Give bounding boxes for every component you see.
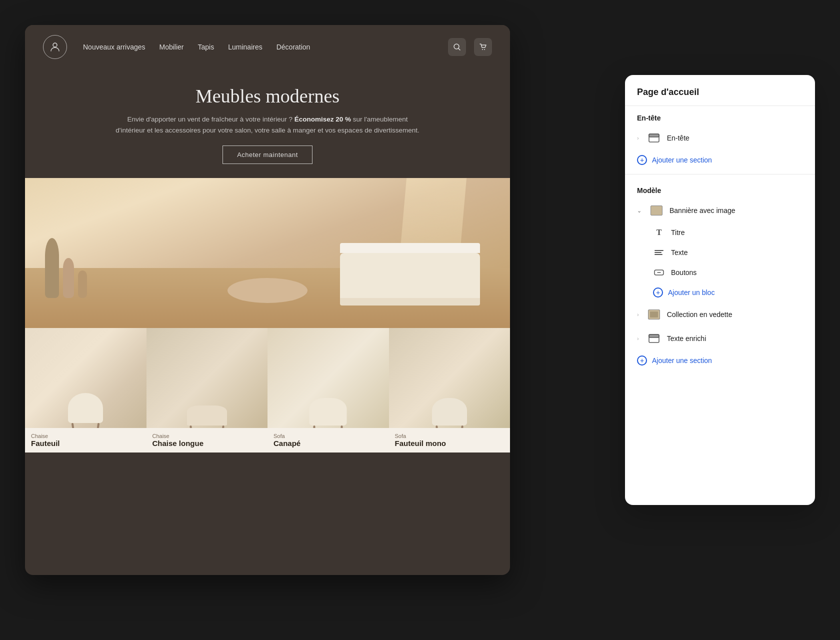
panel-divider-1 (625, 174, 815, 174)
product-card[interactable]: Sofa Fauteuil mono (389, 328, 510, 452)
store-logo (43, 35, 67, 59)
panel-header: Page d'accueil (625, 75, 815, 106)
add-bloc[interactable]: + Ajouter un bloc (625, 282, 815, 302)
buttons-icon (653, 266, 665, 278)
chevron-right-icon-2: › (637, 312, 639, 318)
banniere-item[interactable]: ⌄ Bannière avec image (625, 198, 815, 222)
nav-links: Nouveaux arrivages Mobilier Tapis Lumina… (83, 43, 432, 51)
product-info-2: Chaise Chaise longue (146, 428, 268, 452)
product-info-1: Chaise Fauteuil (25, 428, 146, 452)
nav-icons (448, 38, 492, 56)
product-card[interactable]: Chaise Fauteuil (25, 328, 146, 452)
add-bloc-label: Ajouter un bloc (668, 288, 714, 296)
add-section-modele[interactable]: + Ajouter une section (625, 350, 815, 370)
product-info-4: Sofa Fauteuil mono (389, 428, 510, 452)
texte-enrichi-item[interactable]: › Texte enrichi (625, 326, 815, 350)
panel-body: En-tête › En-tête + Ajouter une section … (625, 106, 815, 504)
add-bloc-icon: + (653, 288, 663, 298)
entete-label: En-tête (667, 134, 803, 142)
product-category-4: Sofa (395, 433, 504, 439)
product-image-3 (268, 328, 389, 428)
add-section-modele-icon: + (637, 356, 647, 366)
collection-label: Collection en vedette (667, 310, 732, 318)
texte-enrichi-label: Texte enrichi (667, 334, 706, 342)
collection-icon (647, 308, 661, 322)
banniere-icon (650, 204, 664, 218)
nav-luminaires[interactable]: Luminaires (228, 43, 262, 51)
boutons-label: Boutons (671, 268, 696, 276)
text-icon (653, 246, 665, 258)
nav-tapis[interactable]: Tapis (198, 43, 214, 51)
hero-image (25, 178, 510, 328)
collection-item[interactable]: › Collection en vedette (625, 302, 815, 326)
svg-point-2 (482, 49, 483, 50)
svg-point-0 (53, 43, 57, 47)
add-section-entete-label: Ajouter une section (652, 156, 712, 164)
section-header-entete: En-tête (625, 106, 815, 126)
page-editor-panel: Page d'accueil En-tête › En-tête + Ajout… (625, 75, 815, 505)
product-image-1 (25, 328, 146, 428)
panel-title: Page d'accueil (637, 87, 803, 98)
chevron-right-icon-3: › (637, 336, 639, 342)
boutons-sub-item[interactable]: Boutons (625, 262, 815, 282)
texte-label: Texte (671, 248, 688, 256)
product-category-3: Sofa (274, 433, 383, 439)
product-info-3: Sofa Canapé (268, 428, 389, 452)
titre-label: Titre (671, 228, 684, 236)
texte-sub-item[interactable]: Texte (625, 242, 815, 262)
header-icon (647, 131, 661, 145)
add-section-entete[interactable]: + Ajouter une section (625, 150, 815, 170)
hero-description: Envie d'apporter un vent de fraîcheur à … (112, 114, 422, 136)
store-navbar: Nouveaux arrivages Mobilier Tapis Lumina… (25, 25, 510, 69)
product-name-3: Canapé (274, 439, 383, 448)
hero-cta-button[interactable]: Acheter maintenant (222, 146, 312, 164)
svg-rect-5 (649, 134, 659, 137)
product-image-4 (389, 328, 510, 428)
product-grid: Chaise Fauteuil Chaise Chaise longue (25, 328, 510, 452)
store-preview: Nouveaux arrivages Mobilier Tapis Lumina… (25, 25, 510, 575)
hero-title: Meubles modernes (55, 85, 480, 107)
product-category-2: Chaise (152, 433, 262, 439)
nav-mobilier[interactable]: Mobilier (160, 43, 184, 51)
titre-sub-item[interactable]: T Titre (625, 222, 815, 242)
cart-icon[interactable] (474, 38, 492, 56)
rich-text-icon (647, 332, 661, 346)
product-card[interactable]: Chaise Chaise longue (146, 328, 268, 452)
chevron-down-icon: ⌄ (637, 208, 642, 214)
entete-item[interactable]: › En-tête (625, 126, 815, 150)
product-card[interactable]: Sofa Canapé (268, 328, 389, 452)
product-name-4: Fauteuil mono (395, 439, 504, 448)
hero-section: Meubles modernes Envie d'apporter un ven… (25, 69, 510, 178)
add-section-icon: + (637, 155, 647, 165)
title-icon: T (653, 226, 665, 238)
nav-nouveaux-arrivages[interactable]: Nouveaux arrivages (83, 43, 146, 51)
svg-point-3 (484, 49, 485, 50)
product-image-2 (146, 328, 268, 428)
svg-rect-8 (649, 334, 659, 338)
chevron-right-icon: › (637, 135, 639, 141)
product-category-1: Chaise (31, 433, 140, 439)
section-header-modele: Modèle (625, 178, 815, 198)
banniere-label: Bannière avec image (670, 206, 803, 214)
product-name-2: Chaise longue (152, 439, 262, 448)
nav-decoration[interactable]: Décoration (276, 43, 310, 51)
search-icon[interactable] (448, 38, 466, 56)
product-name-1: Fauteuil (31, 439, 140, 448)
add-section-modele-label: Ajouter une section (652, 356, 712, 364)
